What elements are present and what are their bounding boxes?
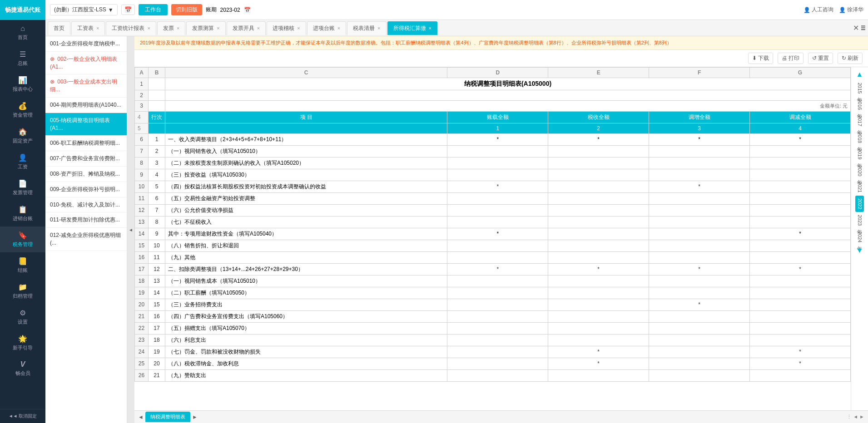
sidebar-item-assets[interactable]: 🏠 固定资产 (0, 123, 45, 149)
tab-invoice[interactable]: 发票 × (157, 21, 185, 35)
ledger-icon: ☰ (20, 50, 26, 59)
tab-invoice-calc-close[interactable]: × (217, 25, 219, 31)
year-item-2024[interactable]: 2024年 (855, 229, 864, 245)
payroll-icon: 👤 (18, 153, 27, 162)
left-item-001[interactable]: 001-企业所得税年度纳税申... (45, 36, 127, 52)
left-panel: 001-企业所得税年度纳税申... ⊗ 002-一般企业收入明细表(A1... … (45, 36, 127, 423)
sidebar-label-close: 结账 (18, 267, 28, 274)
tab-home[interactable]: 首页 (48, 21, 70, 35)
col-a-header: A (135, 67, 149, 78)
sidebar-item-home[interactable]: ⌂ 首页 (0, 20, 45, 45)
download-icon: ⬇ (752, 55, 757, 61)
table-row: 11 6 （五）交易性金融资产初始投资调整 (135, 192, 851, 204)
table-row: 7 2 （一）视同销售收入（填写A105010） (135, 145, 851, 157)
year-item-2020[interactable]: 2020年 (855, 162, 864, 179)
tab-inbound-check-close[interactable]: × (297, 25, 300, 31)
year-item-2016[interactable]: 2016年 (855, 96, 864, 113)
sidebar-item-ledger[interactable]: ☰ 总账 (0, 45, 45, 71)
left-item-006[interactable]: 006-职工薪酬纳税调整明细... (45, 136, 127, 151)
year-item-2023[interactable]: 2023年 (855, 212, 864, 228)
left-item-003[interactable]: ⊗ 003-一般企业成本支出明细... (45, 74, 127, 98)
table-row-title1: 1 纳税调整项目明细表(A105000) (135, 78, 851, 90)
left-item-010[interactable]: 010-免税、减计收入及加计... (45, 197, 127, 213)
member-icon: V (20, 360, 25, 369)
tab-payroll-stats[interactable]: 工资统计报表 × (106, 21, 156, 35)
tab-payroll-close[interactable]: × (96, 25, 99, 31)
reset-button[interactable]: ↺ 重置 (808, 53, 833, 64)
print-button[interactable]: 🖨 打印 (778, 53, 804, 64)
year-item-2021[interactable]: 2021年 (855, 179, 864, 195)
year-item-2015[interactable]: 2015年 (855, 80, 864, 96)
tab-income-tax[interactable]: 所得税汇算缴 × (387, 21, 437, 35)
back-button[interactable]: 切到旧版 (171, 4, 202, 15)
tab-payroll[interactable]: 工资表 × (71, 21, 105, 35)
left-item-005[interactable]: 005-纳税调整项目明细表(A1... (45, 113, 127, 136)
user-avatar[interactable]: 👤 徐泽华 (839, 6, 863, 14)
refresh-button[interactable]: ↻ 刷新 (838, 53, 863, 64)
support-button[interactable]: 👤 人工咨询 (804, 6, 833, 14)
left-item-002-label: 002-一般企业收入明细表(A1... (50, 56, 117, 70)
tab-inbound-ledger-close[interactable]: × (337, 25, 340, 31)
refresh-label: 刷新 (848, 54, 858, 62)
tabbar-menu-icon[interactable]: ☰ (861, 25, 866, 31)
calendar-button[interactable]: 📅 (121, 5, 135, 15)
sidebar-label-reports: 报表中心 (13, 86, 33, 93)
calendar-icon[interactable]: 📅 (244, 7, 251, 13)
workbench-button[interactable]: 工作台 (139, 4, 168, 15)
sheet-nav-left[interactable]: ◄ (138, 414, 144, 420)
panel-collapse-button[interactable]: ◄ (127, 36, 134, 423)
table-row: 18 13 （一）视同销售成本（填写A105010） (135, 275, 851, 287)
col-item-header: 项 目 (165, 111, 447, 123)
company-selector[interactable]: (勿删）江西股宝-LSS ▼ (50, 4, 118, 15)
sidebar-item-purchases[interactable]: 📋 进销台账 (0, 201, 45, 226)
left-item-008[interactable]: 008-资产折旧、摊销及纳税... (45, 167, 127, 182)
pin-button[interactable]: ◄◄ 取消固定 (0, 409, 45, 423)
sidebar-item-reports[interactable]: 📊 报表中心 (0, 71, 45, 97)
sidebar-label-tax: 税务管理 (13, 241, 33, 248)
tab-inbound-check[interactable]: 进项稽核 × (267, 21, 306, 35)
row-num-1: 1 (135, 78, 149, 90)
sheet-nav-right[interactable]: ► (192, 414, 198, 420)
sidebar-item-settings[interactable]: ⚙ 设置 (0, 304, 45, 330)
tab-payroll-stats-close[interactable]: × (147, 25, 150, 31)
company-dropdown-icon: ▼ (108, 7, 114, 13)
year-item-2022[interactable]: 2022年 (855, 196, 864, 212)
sidebar-item-finance[interactable]: 💰 资金管理 (0, 97, 45, 123)
tabbar-close-all[interactable]: ✕ (853, 24, 859, 32)
year-up-button[interactable]: ▲ (855, 69, 865, 80)
left-item-004[interactable]: 004-期间费用明细表(A1040... (45, 98, 127, 113)
bottom-tab-adjust[interactable]: 纳税调整明细表 (145, 412, 190, 422)
tab-invoice-calc[interactable]: 发票测算 × (186, 21, 225, 35)
tab-invoice-open-close[interactable]: × (257, 25, 260, 31)
table-unit: 金额单位: 元 (165, 100, 851, 111)
tab-inbound-check-label: 进项稽核 (273, 25, 294, 32)
left-item-012[interactable]: 012-减免企业所得税优惠明细(... (45, 228, 127, 251)
left-item-007[interactable]: 007-广告费和业务宣传费附... (45, 151, 127, 167)
invoice-icon: 📄 (18, 179, 27, 188)
tab-tax-clear[interactable]: 税表清册 × (347, 21, 386, 35)
sidebar-item-member[interactable]: V 畅会员 (0, 356, 45, 381)
tab-invoice-close[interactable]: × (177, 25, 179, 31)
col-sub3: 3 (649, 123, 750, 133)
sidebar-item-archive[interactable]: 📁 归档管理 (0, 278, 45, 304)
tab-income-tax-close[interactable]: × (429, 25, 432, 31)
sidebar-item-close[interactable]: 📒 结账 (0, 252, 45, 278)
left-item-002[interactable]: ⊗ 002-一般企业收入明细表(A1... (45, 52, 127, 75)
year-item-2018[interactable]: 2018年 (855, 129, 864, 146)
sidebar-item-tax[interactable]: 🔖 税务管理 (0, 226, 45, 252)
download-button[interactable]: ⬇ 下载 (748, 53, 773, 64)
period-label: 账期 (206, 6, 217, 14)
sidebar-item-payroll[interactable]: 👤 工资 (0, 149, 45, 175)
year-item-2017[interactable]: 2017年 (855, 113, 864, 129)
left-item-009[interactable]: 009-企业所得税弥补亏损明... (45, 182, 127, 197)
tab-tax-clear-close[interactable]: × (377, 25, 380, 31)
tab-invoice-open[interactable]: 发票开具 × (227, 21, 266, 35)
year-item-2019[interactable]: 2019年 (855, 146, 864, 162)
sidebar-item-guide[interactable]: 🌟 新手引导 (0, 330, 45, 356)
sidebar-item-invoice[interactable]: 📄 发票管理 (0, 175, 45, 201)
app-logo: 畅捷通易代账 (0, 0, 45, 20)
tab-inbound-ledger[interactable]: 进项台账 × (307, 21, 346, 35)
row-num-5: 5 (135, 123, 149, 133)
year-down-button[interactable]: ▼ (855, 245, 865, 256)
left-item-011[interactable]: 011-研发费用加计扣除优惠... (45, 212, 127, 228)
